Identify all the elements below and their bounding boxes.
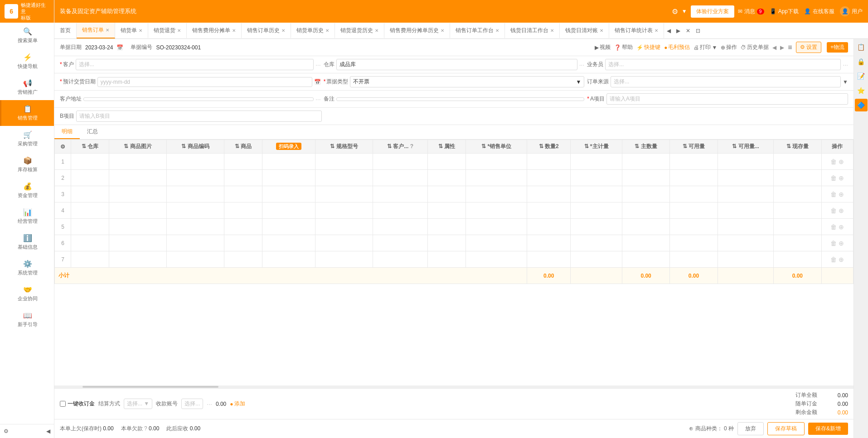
account-select[interactable]: 选择... <box>181 399 203 409</box>
row-2-unit[interactable] <box>466 170 527 186</box>
row-1-qty2[interactable] <box>527 154 571 170</box>
col-customer-code[interactable]: ⇅ 客户... ? <box>373 140 428 154</box>
add-btn[interactable]: ● 添加 <box>230 400 245 408</box>
side-icon-edit[interactable]: 📝 <box>855 70 868 82</box>
tab-summary[interactable]: 汇总 <box>80 125 105 139</box>
col-code[interactable]: ⇅ 商品编码 <box>166 140 224 154</box>
col-product[interactable]: ⇅ 商品 <box>224 140 262 154</box>
batch-checkbox-input[interactable] <box>60 401 66 407</box>
tab-close-icon-7[interactable]: ✕ <box>375 28 378 33</box>
order-source-input[interactable]: 选择... <box>611 76 841 87</box>
row-2-product[interactable] <box>224 170 262 186</box>
list-view-icon[interactable]: ≡ <box>788 43 792 52</box>
row-7-image[interactable] <box>109 251 166 268</box>
row-2-stock[interactable] <box>774 170 821 186</box>
b-project-input[interactable]: 请输入B项目 <box>76 111 322 122</box>
tab-close-icon-3[interactable]: ✕ <box>177 28 181 33</box>
col-spec[interactable]: ⇅ 规格型号 <box>315 140 373 154</box>
row-6-image[interactable] <box>109 235 166 251</box>
row-2-main-qty[interactable] <box>622 170 669 186</box>
tab-daily-workbench[interactable]: 钱货日清工作台 ✕ <box>505 23 560 38</box>
delivery-input[interactable]: yyyy-mm-dd <box>97 77 312 87</box>
row-7-code[interactable] <box>166 251 224 268</box>
row-3-available2[interactable] <box>718 186 773 202</box>
scan-btn[interactable]: 扫码录入 <box>276 143 301 150</box>
col-available[interactable]: ⇅ 可用量 <box>670 140 718 154</box>
row-6-code[interactable] <box>166 235 224 251</box>
tab-slip-history[interactable]: 销货单历史 ✕ <box>291 23 335 38</box>
row-2-image[interactable] <box>109 170 166 186</box>
gear-icon[interactable]: ⚙ <box>672 7 678 16</box>
tab-next-btn[interactable]: ▶ <box>674 28 683 34</box>
sidebar-item-search[interactable]: 🔍 搜索菜单 <box>0 23 54 48</box>
row-1-delete-icon[interactable]: 🗑 <box>830 158 837 165</box>
dropdown-icon[interactable]: ▼ <box>682 8 687 14</box>
tab-close-icon-5[interactable]: ✕ <box>281 28 285 33</box>
side-icon-lock[interactable]: 🔒 <box>855 55 868 68</box>
save-new-btn[interactable]: 保存&新增 <box>808 423 848 435</box>
row-4-warehouse[interactable] <box>71 202 109 219</box>
remark-input[interactable] <box>336 97 585 101</box>
row-7-copy-icon[interactable]: ⊕ <box>839 256 844 263</box>
row-4-stock[interactable] <box>774 202 821 219</box>
tab-daily-reconcile[interactable]: 钱货日清对账 ✕ <box>560 23 609 38</box>
customer-more-icon[interactable]: ··· <box>315 61 321 68</box>
row-5-qty2[interactable] <box>527 219 571 235</box>
tab-sales-return[interactable]: 销货退货 ✕ <box>148 23 187 38</box>
row-5-main-qty[interactable] <box>622 219 669 235</box>
row-3-image[interactable] <box>109 186 166 202</box>
row-4-qty2[interactable] <box>527 202 571 219</box>
row-1-copy-icon[interactable]: ⊕ <box>839 158 844 165</box>
row-3-unit[interactable] <box>466 186 527 202</box>
row-4-available[interactable] <box>670 202 718 219</box>
row-5-stock[interactable] <box>774 219 821 235</box>
row-5-available2[interactable] <box>718 219 773 235</box>
col-attrs[interactable]: ⇅ 属性 <box>428 140 466 154</box>
row-7-available[interactable] <box>670 251 718 268</box>
discard-btn[interactable]: 放弃 <box>737 422 764 435</box>
tab-home[interactable]: 首页 <box>54 23 77 38</box>
row-5-main-unit[interactable] <box>571 219 622 235</box>
row-6-available[interactable] <box>670 235 718 251</box>
address-input[interactable] <box>83 97 314 101</box>
col-warehouse[interactable]: ⇅ 仓库 <box>71 140 109 154</box>
sidebar-item-system[interactable]: ⚙️ 系统管理 <box>0 255 54 281</box>
row-1-stock[interactable] <box>774 154 821 170</box>
row-7-unit[interactable] <box>466 251 527 268</box>
row-5-delete-icon[interactable]: 🗑 <box>830 223 837 231</box>
row-3-qty2[interactable] <box>527 186 571 202</box>
tab-close-icon-12[interactable]: ✕ <box>655 28 658 33</box>
row-3-stock[interactable] <box>774 186 821 202</box>
row-6-spec[interactable] <box>315 235 373 251</box>
row-7-main-unit[interactable] <box>571 251 622 268</box>
a-project-input[interactable]: 请输入A项目 <box>606 93 848 105</box>
row-1-code[interactable] <box>166 154 224 170</box>
row-5-code[interactable] <box>166 219 224 235</box>
row-6-warehouse[interactable] <box>71 235 109 251</box>
row-2-attrs[interactable] <box>428 170 466 186</box>
help-btn[interactable]: ❓ 帮助 <box>614 43 633 51</box>
sidebar-item-marketing[interactable]: 📢 营销推广 <box>0 74 54 100</box>
row-6-delete-icon[interactable]: 🗑 <box>830 240 837 247</box>
tab-order-workbench[interactable]: 销售订单工作台 ✕ <box>450 23 505 38</box>
row-4-unit[interactable] <box>466 202 527 219</box>
save-draft-btn[interactable]: 保存草稿 <box>767 422 805 435</box>
row-2-available2[interactable] <box>718 170 773 186</box>
tab-close-icon-10[interactable]: ✕ <box>550 28 554 33</box>
salesperson-more-icon[interactable]: ··· <box>843 61 848 68</box>
row-7-stock[interactable] <box>774 251 821 268</box>
nav-right-icon[interactable]: ▶ <box>780 44 784 51</box>
col-unit[interactable]: ⇅ *销售单位 <box>466 140 527 154</box>
sidebar-item-operations[interactable]: 📊 经营管理 <box>0 203 54 229</box>
payment-select[interactable]: 选择... ▼ <box>124 399 152 409</box>
row-7-customer-code[interactable] <box>373 251 428 268</box>
row-7-spec[interactable] <box>315 251 373 268</box>
row-3-warehouse[interactable] <box>71 186 109 202</box>
tab-sales-order[interactable]: 销售订单 ✕ <box>77 23 115 39</box>
row-7-qty2[interactable] <box>527 251 571 268</box>
row-1-available[interactable] <box>670 154 718 170</box>
row-6-attrs[interactable] <box>428 235 466 251</box>
col-settings[interactable]: ⚙ <box>55 140 71 154</box>
row-7-attrs[interactable] <box>428 251 466 268</box>
row-5-product[interactable] <box>224 219 262 235</box>
